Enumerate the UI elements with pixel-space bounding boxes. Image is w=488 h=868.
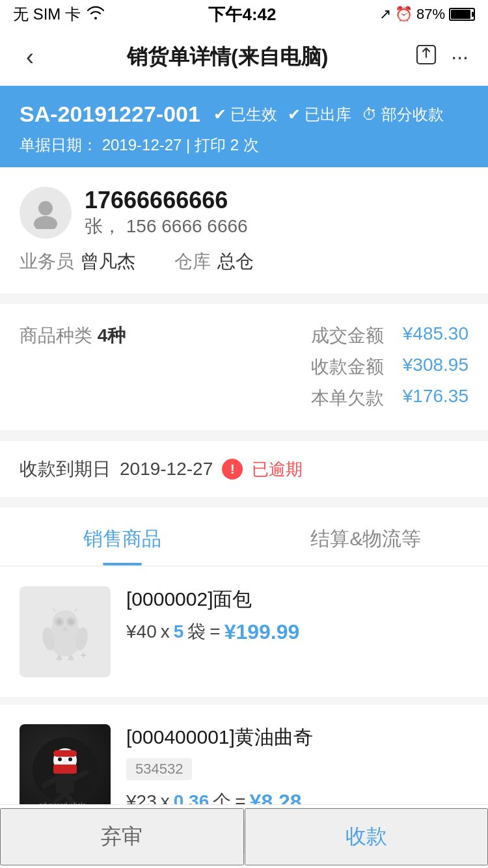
svg-marker-11: [74, 607, 78, 612]
battery-icon: [449, 8, 475, 21]
product-thumbnail-1: +: [20, 586, 111, 677]
status-shipped: ✔ 已出库: [288, 104, 351, 125]
received-value: ¥308.95: [397, 355, 468, 379]
customer-meta: 业务员 曾凡杰 仓库 总仓: [20, 249, 468, 274]
customer-info: 17666666666 张， 156 6666 6666: [85, 187, 248, 239]
svg-point-8: [68, 619, 73, 624]
wifi-icon: [86, 5, 105, 23]
total-1: ¥199.99: [224, 620, 300, 644]
svg-rect-23: [53, 765, 77, 774]
clock-icon: ⏱: [362, 105, 377, 124]
page-title: 销货单详情(来自电脑): [127, 43, 328, 72]
tabs: 销售商品 结算&物流等: [0, 508, 488, 567]
status-left: 无 SIM 卡: [13, 4, 105, 25]
unit-1: 袋: [187, 619, 206, 644]
warehouse-info: 仓库 总仓: [174, 249, 254, 274]
order-date: 单据日期： 2019-12-27 | 打印 2 次: [20, 135, 468, 156]
product-name-2: [000400001]黄油曲奇: [126, 724, 468, 751]
price-per-unit-1: ¥40: [126, 621, 157, 642]
share-icon[interactable]: [414, 43, 438, 72]
order-id-text: SA-20191227-001: [20, 102, 200, 127]
battery-percent: 87%: [416, 6, 445, 23]
product-info-1: [0000002]面包 ¥40 x 5 袋 = ¥199.99: [126, 586, 468, 644]
product-tag-2: 534532: [126, 758, 192, 780]
table-row: + [0000002]面包 ¥40 x 5 袋 = ¥199.99: [0, 567, 488, 697]
stats-right: 成交金额 ¥485.30 收款金额 ¥308.95 本单欠款 ¥176.35: [311, 323, 468, 411]
product-list: + [0000002]面包 ¥40 x 5 袋 = ¥199.99: [0, 567, 488, 835]
alarm-icon: ⏰: [395, 6, 413, 23]
tab-sales-products[interactable]: 销售商品: [0, 508, 244, 565]
nav-actions: ···: [414, 43, 468, 72]
tab-underline: [103, 563, 142, 565]
quantity-1: 5: [174, 621, 184, 642]
product-name-1: [0000002]面包: [126, 586, 468, 613]
order-id-row: SA-20191227-001 ✔ 已生效 ✔ 已出库 ⏱ 部分收款: [20, 102, 468, 127]
svg-marker-10: [52, 607, 57, 612]
stats-section: 商品种类 4种 成交金额 ¥485.30 收款金额 ¥308.95 本单欠款 ¥…: [0, 304, 488, 430]
check-icon-1: ✔: [213, 105, 226, 124]
product-info-2: [000400001]黄油曲奇 534532 ¥23 x 0.36 个 = ¥8…: [126, 724, 468, 814]
status-effective: ✔ 已生效: [213, 104, 277, 125]
product-type-count: 4种: [98, 325, 126, 346]
svg-point-2: [34, 216, 57, 229]
svg-point-27: [68, 757, 72, 761]
location-icon: ↗: [379, 6, 391, 23]
back-button[interactable]: ‹: [20, 37, 40, 77]
confirm-button[interactable]: 收款: [245, 808, 489, 865]
product-thumbnail-2: advanced whale: [20, 724, 111, 815]
status-partial: ⏱ 部分收款: [362, 104, 444, 125]
tab-settlement[interactable]: 结算&物流等: [244, 508, 488, 565]
due-label: 收款到期日: [20, 457, 111, 481]
customer-section: 17666666666 张， 156 6666 6666 业务员 曾凡杰 仓库 …: [0, 167, 488, 293]
check-icon-2: ✔: [288, 105, 301, 124]
amount-row: 成交金额 ¥485.30: [311, 323, 468, 348]
svg-point-26: [58, 757, 62, 761]
customer-top: 17666666666 张， 156 6666 6666: [20, 187, 468, 239]
svg-rect-29: [56, 774, 74, 793]
received-row: 收款金额 ¥308.95: [311, 355, 468, 379]
status-bar: 无 SIM 卡 下午4:42 ↗ ⏰ 87%: [0, 0, 488, 29]
due-date: 2019-12-27: [120, 459, 213, 480]
bottom-bar: 弃审 收款: [0, 804, 488, 868]
header-banner: SA-20191227-001 ✔ 已生效 ✔ 已出库 ⏱ 部分收款 单据日期：…: [0, 86, 488, 167]
avatar: [20, 187, 72, 239]
overdue-text: 已逾期: [252, 458, 303, 481]
status-right: ↗ ⏰ 87%: [379, 6, 475, 23]
more-icon[interactable]: ···: [451, 45, 468, 69]
debt-row: 本单欠款 ¥176.35: [311, 386, 468, 411]
svg-point-7: [57, 619, 61, 624]
nav-bar: ‹ 销货单详情(来自电脑) ···: [0, 29, 488, 86]
svg-text:+: +: [80, 649, 86, 660]
svg-rect-28: [53, 750, 77, 757]
product-price-1: ¥40 x 5 袋 = ¥199.99: [126, 619, 468, 644]
customer-phone: 张， 156 6666 6666: [85, 214, 248, 239]
carrier-text: 无 SIM 卡: [13, 4, 81, 25]
stats-left: 商品种类 4种: [20, 323, 126, 411]
amount-value: ¥485.30: [397, 323, 468, 348]
debt-value: ¥176.35: [397, 386, 468, 411]
salesperson-info: 业务员 曾凡杰: [20, 249, 135, 274]
overdue-icon: !: [222, 459, 243, 480]
cancel-button[interactable]: 弃审: [0, 808, 244, 865]
due-section: 收款到期日 2019-12-27 ! 已逾期: [0, 441, 488, 497]
customer-id: 17666666666: [85, 187, 248, 214]
svg-point-1: [38, 201, 53, 215]
time-display: 下午4:42: [208, 3, 276, 26]
